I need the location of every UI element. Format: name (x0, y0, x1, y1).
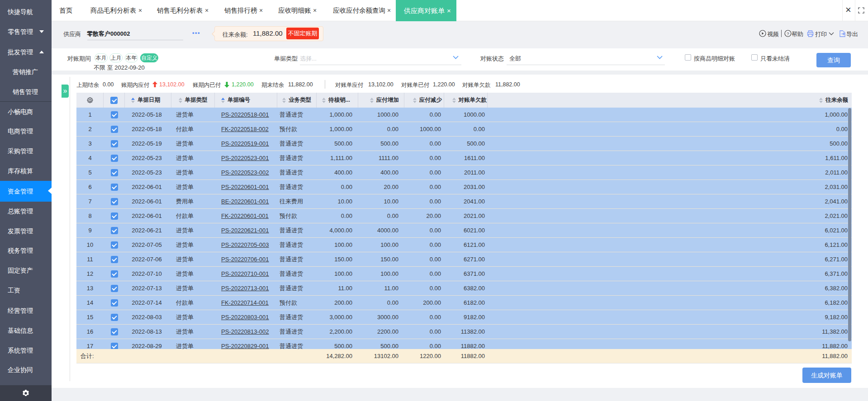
svg-text:?: ? (787, 31, 789, 36)
